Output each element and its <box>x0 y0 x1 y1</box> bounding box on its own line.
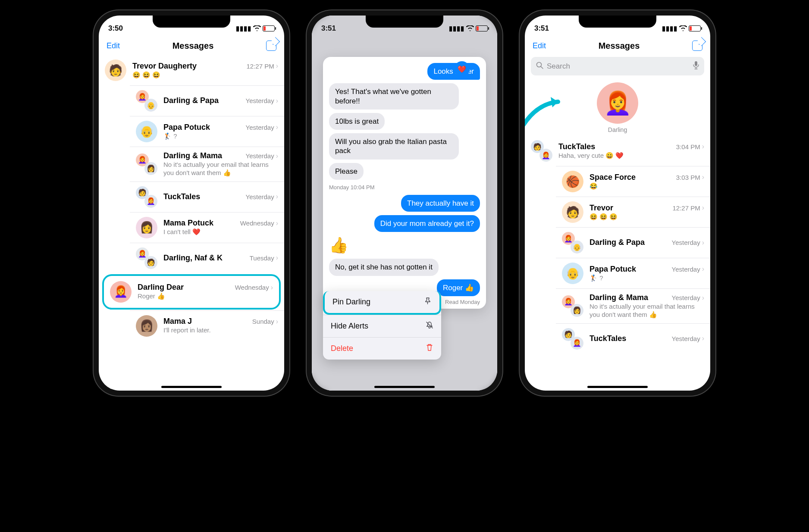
timestamp: 12:27 PM › <box>672 204 704 212</box>
chevron-right-icon: › <box>702 265 704 273</box>
battery-icon <box>476 25 488 31</box>
avatar: 🧑 👩‍🦰 <box>562 328 583 350</box>
heart-reaction-icon: ❤️ <box>454 61 470 77</box>
conversation-row[interactable]: 👴 Papa Potuck Yesterday › 🏌️ ? <box>556 258 710 288</box>
notch <box>366 16 443 28</box>
annotation-arrow <box>525 95 569 134</box>
conversation-preview-card[interactable]: Looks better ❤️ Yes! That's what we've g… <box>323 57 486 309</box>
conversation-row[interactable]: 👩 Mama Potuck Wednesday › I can't tell ❤… <box>130 212 284 243</box>
avatar: 👩‍🦰 👴 <box>562 232 583 253</box>
message-preview: Roger 👍 <box>138 292 273 300</box>
conversation-row[interactable]: 👩🏽 Mama J Sunday › I'll report in later. <box>130 310 284 341</box>
search-input[interactable]: Search <box>531 57 704 75</box>
message-out: Looks better <box>427 63 480 80</box>
timestamp: Yesterday › <box>672 239 705 247</box>
chevron-right-icon: › <box>702 335 704 342</box>
compose-button[interactable] <box>692 41 702 51</box>
message-in: 10lbs is great <box>329 113 385 130</box>
chevron-right-icon: › <box>702 143 704 150</box>
contact-name: TuckTales <box>558 142 595 151</box>
edit-button[interactable]: Edit <box>533 41 546 50</box>
home-indicator[interactable] <box>161 386 222 388</box>
conversation-row[interactable]: 🧑 Trevor Daugherty 12:27 PM › 😆 😆 😆 <box>99 55 284 85</box>
notch <box>153 16 230 28</box>
battery-icon <box>263 25 275 31</box>
avatar: 🧑 👩‍🦰 <box>136 186 157 208</box>
dictation-icon[interactable] <box>693 61 699 72</box>
chevron-right-icon: › <box>702 173 704 181</box>
contact-name: TuckTales <box>163 192 200 201</box>
avatar: 👴 <box>136 121 157 142</box>
conversation-row[interactable]: 🧑 👩‍🦰 TuckTales Yesterday › <box>556 323 710 354</box>
timestamp: Wednesday › <box>235 284 273 291</box>
timestamp: Yesterday › <box>246 152 279 160</box>
avatar: 🧑 👩‍🦰 <box>531 140 552 162</box>
message-preview: 😆 😆 😆 <box>132 71 278 79</box>
status-time: 3:51 <box>321 24 336 33</box>
menu-label: Hide Alerts <box>331 322 368 331</box>
wifi-icon <box>466 25 474 32</box>
pinned-conversation[interactable]: 👩‍🦰 Darling <box>525 79 710 136</box>
svg-rect-2 <box>695 61 697 66</box>
message-preview: Haha, very cute 😄 ❤️ <box>558 152 704 160</box>
conversation-row[interactable]: 👩‍🦰 👩 Darling & Mama Yesterday › No it's… <box>130 147 284 182</box>
svg-line-1 <box>541 66 543 69</box>
wifi-icon <box>679 25 687 32</box>
conversation-row[interactable]: 👩‍🦰 🧑 Darling, Naf & K Tuesday › <box>130 243 284 273</box>
conversation-row[interactable]: 🧑 👩‍🦰 TuckTales Yesterday › <box>130 182 284 212</box>
conversation-row[interactable]: 🧑 👩‍🦰 TuckTales 3:04 PM › Haha, very cut… <box>525 136 710 166</box>
timestamp: Yesterday › <box>672 335 705 342</box>
pinned-avatar[interactable]: 👩‍🦰 <box>597 82 638 124</box>
conversation-row[interactable]: 👴 Papa Potuck Yesterday › 🏌️ ? <box>130 116 284 147</box>
menu-item-trash[interactable]: Delete <box>323 337 441 360</box>
conversation-list[interactable]: 🧑 Trevor Daugherty 12:27 PM › 😆 😆 😆 👩‍🦰 … <box>99 55 284 341</box>
conversation-row[interactable]: 👩‍🦰 👴 Darling & Papa Yesterday › <box>130 85 284 116</box>
timestamp: Tuesday › <box>250 254 278 262</box>
chevron-right-icon: › <box>276 152 278 160</box>
menu-item-pin[interactable]: Pin Darling <box>323 291 441 315</box>
home-indicator[interactable] <box>374 386 435 388</box>
timestamp: Yesterday › <box>246 193 279 200</box>
pin-icon <box>424 297 432 307</box>
compose-button[interactable] <box>266 41 276 51</box>
context-menu[interactable]: Pin DarlingHide AlertsDelete <box>323 291 441 360</box>
timestamp: Yesterday › <box>672 294 705 302</box>
conversation-row[interactable]: 🧑 Trevor 12:27 PM › 😆 😆 😆 <box>556 197 710 227</box>
contact-name: Mama Potuck <box>163 219 213 228</box>
thumbs-up-sticker: 👍 <box>329 236 480 254</box>
conversation-row[interactable]: 🏀 Space Force 3:03 PM › 😂 <box>556 166 710 197</box>
avatar: 👩 <box>136 217 157 238</box>
page-title: Messages <box>599 41 640 51</box>
edit-button[interactable]: Edit <box>107 41 120 50</box>
message-preview: No it's actually your email that learns … <box>163 161 278 177</box>
conversation-row[interactable]: 👩‍🦰 Darling Dear Wednesday › Roger 👍 <box>102 274 281 310</box>
contact-name: Trevor <box>590 203 613 213</box>
contact-name: Space Force <box>590 173 636 182</box>
search-icon <box>536 62 543 71</box>
message-preview: 😂 <box>590 182 704 191</box>
contact-name: Darling & Papa <box>163 96 219 105</box>
conversation-row[interactable]: 👩‍🦰 👴 Darling & Papa Yesterday › <box>556 227 710 258</box>
signal-icon: ▮▮▮▮ <box>662 25 677 32</box>
contact-name: Darling & Mama <box>163 151 222 160</box>
chevron-right-icon: › <box>271 284 273 291</box>
message-preview: 😆 😆 😆 <box>590 213 704 221</box>
message-out: Did your mom already get it? <box>374 215 480 232</box>
menu-item-bell-slash[interactable]: Hide Alerts <box>323 315 441 337</box>
contact-name: Darling Dear <box>138 283 184 292</box>
message-in: Yes! That's what we've gotten before!! <box>329 83 459 110</box>
timestamp: Wednesday › <box>240 219 278 227</box>
message-preview: 🏌️ ? <box>590 274 704 282</box>
battery-icon <box>689 25 701 31</box>
navbar: Edit Messages <box>99 37 284 55</box>
chevron-right-icon: › <box>276 254 278 262</box>
wifi-icon <box>253 25 261 32</box>
pinned-name: Darling <box>608 126 627 133</box>
timestamp: 12:27 PM › <box>246 62 278 70</box>
message-preview: I can't tell ❤️ <box>163 228 278 236</box>
contact-name: Papa Potuck <box>163 123 210 132</box>
home-indicator[interactable] <box>587 386 648 388</box>
conversation-row[interactable]: 👩‍🦰 👩 Darling & Mama Yesterday › No it's… <box>556 288 710 323</box>
contact-name: Darling & Mama <box>590 293 648 302</box>
conversation-list[interactable]: 🧑 👩‍🦰 TuckTales 3:04 PM › Haha, very cut… <box>525 136 710 354</box>
